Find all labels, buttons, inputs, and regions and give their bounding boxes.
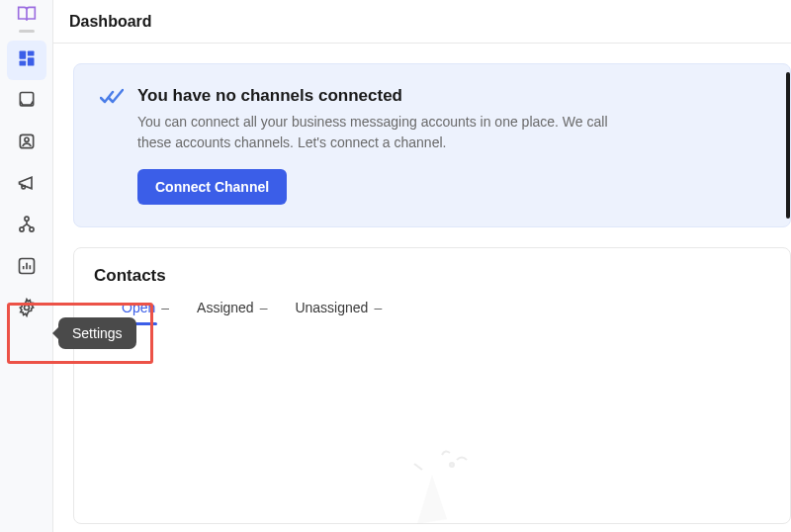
sidebar-item-contacts[interactable] — [7, 124, 46, 163]
svg-rect-1 — [27, 51, 34, 56]
chart-icon — [17, 256, 37, 280]
org-icon — [17, 215, 37, 238]
tab-assigned[interactable]: Assigned – — [197, 300, 267, 323]
connect-channel-button[interactable]: Connect Channel — [137, 169, 287, 205]
svg-rect-2 — [27, 57, 34, 65]
svg-rect-0 — [19, 51, 26, 59]
svg-rect-3 — [19, 61, 26, 66]
sidebar-item-org[interactable] — [7, 207, 46, 246]
tab-label: Assigned — [197, 300, 254, 315]
person-icon — [17, 132, 37, 155]
sidebar-item-inbox[interactable] — [7, 82, 46, 122]
main: Dashboard You have no channels connected… — [53, 0, 791, 532]
sidebar-item-settings[interactable] — [7, 290, 46, 329]
tab-label: Unassigned — [295, 300, 368, 315]
svg-point-6 — [24, 217, 28, 221]
megaphone-icon — [17, 173, 37, 197]
page-title: Dashboard — [69, 13, 152, 31]
tab-label: Open — [122, 300, 155, 315]
content: You have no channels connected You can c… — [53, 44, 791, 532]
contacts-title: Contacts — [94, 266, 770, 286]
banner-title: You have no channels connected — [137, 86, 764, 106]
tab-count: – — [161, 300, 169, 315]
grid-icon — [17, 48, 37, 72]
logo — [0, 4, 53, 33]
svg-point-10 — [24, 306, 29, 310]
gear-icon — [17, 298, 37, 321]
svg-point-7 — [19, 227, 23, 231]
tab-active-underline — [94, 322, 157, 325]
tab-count: – — [260, 300, 268, 315]
svg-point-8 — [29, 227, 33, 231]
contacts-tabs: Open – Assigned – Unassigned – — [94, 300, 770, 323]
sidebar-item-dashboard[interactable] — [7, 41, 46, 80]
tab-count: – — [374, 300, 382, 315]
banner-description: You can connect all your business messag… — [137, 112, 642, 153]
banner-scroll-edge — [786, 72, 790, 219]
inbox-icon — [17, 90, 37, 114]
tab-open[interactable]: Open – — [94, 300, 169, 323]
logo-underline — [19, 30, 35, 33]
sidebar-item-campaigns[interactable] — [7, 165, 46, 205]
header: Dashboard — [53, 0, 791, 44]
sidebar-item-reports[interactable] — [7, 248, 46, 288]
sidebar — [0, 0, 53, 532]
tab-unassigned[interactable]: Unassigned – — [295, 300, 382, 323]
contacts-card: Contacts Open – Assigned – Unassigned – — [73, 247, 791, 524]
svg-point-5 — [24, 137, 28, 141]
banner-body: You have no channels connected You can c… — [137, 86, 764, 205]
book-icon — [17, 4, 37, 28]
onboarding-banner: You have no channels connected You can c… — [73, 63, 791, 227]
empty-state-illustration — [373, 440, 491, 532]
double-check-icon — [100, 88, 124, 205]
svg-point-11 — [450, 463, 454, 467]
